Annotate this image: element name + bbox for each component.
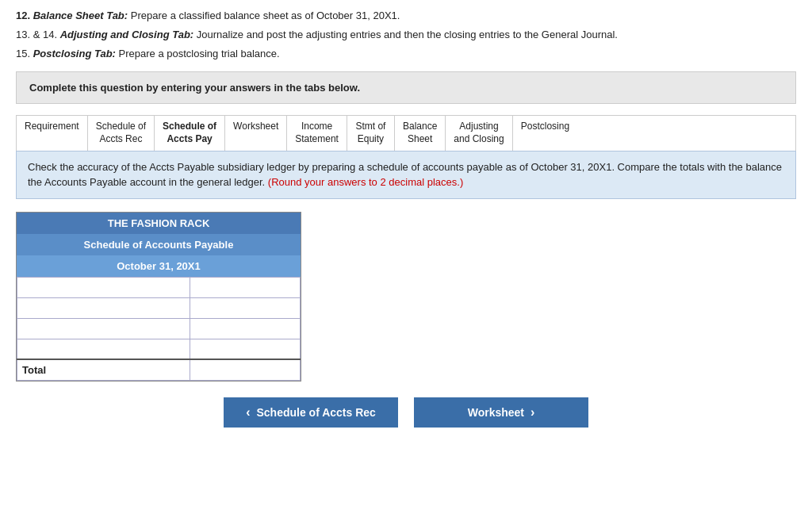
tab-schedule-accts-rec[interactable]: Schedule ofAccts Rec xyxy=(88,116,155,150)
row1-name-input[interactable] xyxy=(22,282,185,293)
prev-arrow-icon: ‹ xyxy=(246,405,250,420)
line12-text: Prepare a classified balance sheet as of… xyxy=(131,10,400,21)
row3-value[interactable] xyxy=(190,318,301,339)
row4-value[interactable] xyxy=(190,339,301,359)
row2-name-input[interactable] xyxy=(22,302,185,314)
tab-requirement[interactable]: Requirement xyxy=(17,116,88,150)
complete-box: Complete this question by entering your … xyxy=(16,71,796,104)
accounts-payable-table: THE FASHION RACK Schedule of Accounts Pa… xyxy=(16,212,301,382)
line13-num: 13. & 14. xyxy=(16,29,60,40)
table-row xyxy=(17,339,301,359)
line12-tab: Balance Sheet Tab: xyxy=(33,10,128,21)
row1-name[interactable] xyxy=(17,277,190,297)
row4-value-input[interactable] xyxy=(195,343,295,355)
table-subtitle: Schedule of Accounts Payable xyxy=(17,234,301,255)
tab-balance-sheet[interactable]: BalanceSheet xyxy=(395,116,446,150)
complete-box-text: Complete this question by entering your … xyxy=(29,82,360,94)
tab-income-statement[interactable]: IncomeStatement xyxy=(287,116,347,150)
line13-text: Journalize and post the adjusting entrie… xyxy=(193,29,618,40)
table-row xyxy=(17,297,301,318)
line15-num: 15. xyxy=(16,48,33,59)
prev-button-label: Schedule of Accts Rec xyxy=(256,406,375,419)
total-value-input[interactable] xyxy=(195,364,295,376)
row2-name[interactable] xyxy=(17,297,190,318)
row2-value-input[interactable] xyxy=(195,302,295,314)
row1-value[interactable] xyxy=(190,277,301,297)
total-label: Total xyxy=(17,359,190,380)
tab-postclosing[interactable]: Postclosing xyxy=(513,116,577,150)
info-box: Check the accuracy of the Accts Payable … xyxy=(16,151,796,199)
row3-name[interactable] xyxy=(17,318,190,339)
prev-button[interactable]: ‹ Schedule of Accts Rec xyxy=(224,397,398,428)
table-title: THE FASHION RACK xyxy=(17,213,301,234)
line15-tab: Postclosing Tab: xyxy=(33,48,116,59)
tab-schedule-accts-pay[interactable]: Schedule ofAccts Pay xyxy=(155,116,225,150)
row4-name-input[interactable] xyxy=(22,343,185,355)
tabs-container: Requirement Schedule ofAccts Rec Schedul… xyxy=(16,115,796,150)
tab-adjusting-closing[interactable]: Adjustingand Closing xyxy=(446,116,512,150)
data-table: Total xyxy=(17,277,301,381)
line15-text: Prepare a postclosing trial balance. xyxy=(116,48,280,59)
row4-name[interactable] xyxy=(17,339,190,359)
table-row xyxy=(17,277,301,297)
next-arrow-icon: › xyxy=(530,405,534,420)
total-row: Total xyxy=(17,359,301,380)
row1-value-input[interactable] xyxy=(195,282,295,293)
row2-value[interactable] xyxy=(190,297,301,318)
info-red-text: (Round your answers to 2 decimal places.… xyxy=(268,176,463,188)
table-row xyxy=(17,318,301,339)
table-date: October 31, 20X1 xyxy=(17,255,301,277)
next-button[interactable]: Worksheet › xyxy=(414,397,588,428)
next-button-label: Worksheet xyxy=(468,406,524,419)
row3-value-input[interactable] xyxy=(195,323,295,335)
instructions: 12. Balance Sheet Tab: Prepare a classif… xyxy=(16,8,796,62)
tab-worksheet[interactable]: Worksheet xyxy=(225,116,287,150)
tab-stmt-equity[interactable]: Stmt ofEquity xyxy=(347,116,395,150)
bottom-navigation: ‹ Schedule of Accts Rec Worksheet › xyxy=(16,397,796,428)
line13-tab: Adjusting and Closing Tab: xyxy=(60,29,194,40)
total-value[interactable] xyxy=(190,359,301,380)
row3-name-input[interactable] xyxy=(22,323,185,335)
